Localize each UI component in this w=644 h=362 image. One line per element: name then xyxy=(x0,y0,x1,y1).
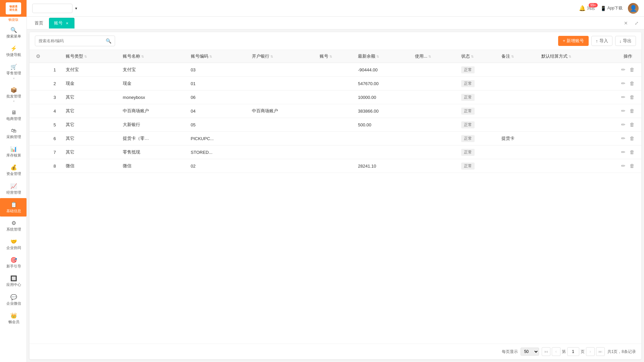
sidebar-item-app-center[interactable]: 🔲 应用中心 xyxy=(0,272,26,290)
row-account xyxy=(317,159,355,173)
tab-maximize-button[interactable]: ⤢ xyxy=(632,18,641,28)
row-code: PICKUPC... xyxy=(188,132,249,145)
purchase-icon: 🛍 xyxy=(11,128,16,134)
ops-icon: 📈 xyxy=(10,183,17,189)
sidebar-item-guide[interactable]: 🎯 新手引导 xyxy=(0,253,26,272)
last-page-button[interactable]: ⏭ xyxy=(596,347,605,356)
sidebar-item-label: 企业微信 xyxy=(6,301,21,306)
table-row: 7 其它 零售抵现 STORED... 正常 ✏ 🗑 xyxy=(30,145,641,159)
sidebar-item-retail[interactable]: 🛒 零售管理 ▾ xyxy=(0,60,26,83)
edit-button[interactable]: ✏ xyxy=(620,148,627,156)
delete-button[interactable]: 🗑 xyxy=(628,121,636,128)
tabbar: 首页 账号 ✕ ✕ ⤢ xyxy=(27,17,644,29)
app-download-button[interactable]: 📱 App下载 xyxy=(600,5,623,11)
member-icon: 👑 xyxy=(10,312,17,319)
sidebar-item-quick-nav[interactable]: ⚡ 快捷导航 xyxy=(0,42,26,60)
topbar-dropdown[interactable]: ▾ xyxy=(75,6,77,11)
row-account xyxy=(317,104,355,118)
sidebar-item-basic-info[interactable]: 📋 基础信息 xyxy=(0,198,26,217)
row-balance: -90444.00 xyxy=(355,63,412,77)
sidebar-item-enterprise-protocol[interactable]: 🤝 企业协同 xyxy=(0,235,26,253)
row-no: 4 xyxy=(46,104,63,118)
sidebar-item-inventory[interactable]: 📊 库存核算 xyxy=(0,142,26,161)
delete-button[interactable]: 🗑 xyxy=(628,148,636,156)
row-note xyxy=(499,77,538,90)
row-code: 01 xyxy=(188,77,249,90)
row-actions: ✏ 🗑 xyxy=(614,159,641,173)
delete-button[interactable]: 🗑 xyxy=(628,94,636,101)
logo-inner: 畅捷通财生意 xyxy=(6,2,21,14)
page-size-select[interactable]: 50 100 200 xyxy=(521,348,539,356)
row-actions: ✏ 🗑 xyxy=(614,132,641,145)
account-page: 🔍 + 新增账号 ↑ 导入 ↓ 导出 xyxy=(30,32,641,359)
row-note xyxy=(499,90,538,104)
export-label: 导出 xyxy=(623,38,632,44)
chevron-down-icon: ▾ xyxy=(75,6,77,11)
page-number-input[interactable] xyxy=(567,347,579,356)
row-balance: 500.00 xyxy=(355,118,412,132)
sidebar-item-ecommerce[interactable]: 🖥 电商管理 xyxy=(0,106,26,124)
row-type: 现金 xyxy=(63,77,120,90)
row-no: 3 xyxy=(46,90,63,104)
enterprise-protocol-icon: 🤝 xyxy=(10,238,17,245)
row-usage xyxy=(412,132,458,145)
column-settings-icon[interactable]: ⚙ xyxy=(36,53,40,59)
row-usage xyxy=(412,77,458,90)
col-name: 账号名称⇅ xyxy=(120,50,188,63)
edit-button[interactable]: ✏ xyxy=(620,80,627,87)
row-status: 正常 xyxy=(459,132,499,145)
row-settings xyxy=(30,77,46,90)
row-code: 03 xyxy=(188,63,249,77)
first-page-button[interactable]: ⏮ xyxy=(542,347,550,356)
avatar[interactable]: 👤 xyxy=(628,3,639,14)
delete-button[interactable]: 🗑 xyxy=(628,80,636,87)
topbar-search-input[interactable] xyxy=(32,4,72,13)
row-default-settlement xyxy=(539,63,614,77)
system-icon: ⚙ xyxy=(11,220,16,226)
row-bank xyxy=(249,145,317,159)
sidebar-item-purchase[interactable]: 🛍 采购管理 xyxy=(0,124,26,142)
row-note xyxy=(499,118,538,132)
table-row: 4 其它 中百商场账户 04 中百商场账户 383866.00 正常 ✏ 🗑 xyxy=(30,104,641,118)
tab-home[interactable]: 首页 xyxy=(30,18,48,28)
col-bank: 开户银行⇅ xyxy=(249,50,317,63)
sidebar-item-enterprise-wechat[interactable]: 💬 企业微信 xyxy=(0,291,26,309)
sidebar-item-system[interactable]: ⚙ 系统管理 xyxy=(0,217,26,235)
delete-button[interactable]: 🗑 xyxy=(628,135,636,142)
sidebar-item-ops[interactable]: 📈 经营管理 xyxy=(0,180,26,198)
next-page-button[interactable]: › xyxy=(586,347,595,356)
edit-button[interactable]: ✏ xyxy=(620,121,627,128)
import-button[interactable]: ↑ 导入 xyxy=(591,36,612,46)
account-table-wrap: ⚙ 账号类型⇅ 账号名称⇅ 账号编码⇅ 开户银行⇅ 账号⇅ 最新余额⇅ 使用..… xyxy=(30,50,641,344)
row-account xyxy=(317,132,355,145)
account-search-input[interactable] xyxy=(35,39,102,43)
delete-button[interactable]: 🗑 xyxy=(628,107,636,114)
search-button[interactable]: 🔍 xyxy=(102,38,115,44)
edit-button[interactable]: ✏ xyxy=(620,107,627,115)
edit-button[interactable]: ✏ xyxy=(620,135,627,142)
row-name: moneybosx xyxy=(120,90,188,104)
table-row: 2 现金 现金 01 547670.00 正常 ✏ 🗑 xyxy=(30,77,641,90)
batch-icon: 📦 xyxy=(10,87,17,93)
tab-close-button[interactable]: ✕ xyxy=(621,18,631,28)
import-icon: ↑ xyxy=(596,39,598,44)
sidebar-item-member[interactable]: 👑 畅会员 xyxy=(0,309,26,327)
delete-button[interactable]: 🗑 xyxy=(628,66,636,73)
edit-button[interactable]: ✏ xyxy=(620,66,627,73)
row-account xyxy=(317,77,355,90)
sidebar-item-batch[interactable]: 📦 批发管理 ▾ xyxy=(0,83,26,106)
tab-account[interactable]: 账号 ✕ xyxy=(49,18,74,28)
delete-button[interactable]: 🗑 xyxy=(628,162,636,169)
tab-account-close[interactable]: ✕ xyxy=(65,21,69,25)
edit-button[interactable]: ✏ xyxy=(620,94,627,101)
sidebar-item-label: 应用中心 xyxy=(6,283,21,287)
edit-button[interactable]: ✏ xyxy=(620,162,627,170)
row-actions: ✏ 🗑 xyxy=(614,118,641,132)
sidebar-item-fund[interactable]: 💰 资金管理 xyxy=(0,161,26,179)
new-account-button[interactable]: + 新增账号 xyxy=(558,36,589,46)
row-code: 05 xyxy=(188,118,249,132)
sidebar-item-search-menu[interactable]: 🔍 搜索菜单 xyxy=(0,23,26,42)
message-button[interactable]: 🔔 消息 99+ xyxy=(579,5,595,11)
export-button[interactable]: ↓ 导出 xyxy=(615,36,636,46)
prev-page-button[interactable]: ‹ xyxy=(552,347,560,356)
